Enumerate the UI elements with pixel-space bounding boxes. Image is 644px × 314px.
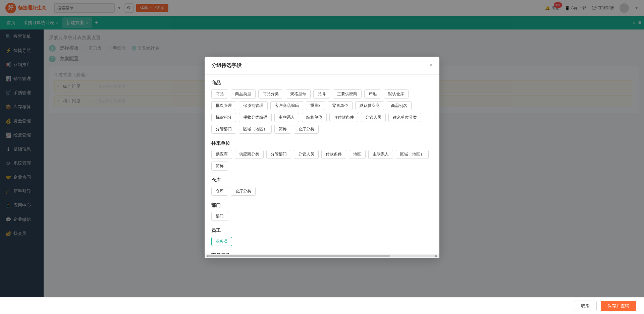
modal-horizontal-scrollbar[interactable]: ◀ ▶	[205, 254, 439, 258]
field-tag-warehouse[interactable]: 仓库	[211, 187, 228, 196]
partner-fields-grid: 供应商 供应商分类 分管部门 分管人员 付款条件 地区 主联系人 区域（地区） …	[211, 150, 433, 171]
field-tag-payment-cond[interactable]: 付款条件	[321, 150, 346, 159]
field-tag-main-contact[interactable]: 主联系人	[274, 113, 299, 122]
employee-fields-grid: 业务员	[211, 237, 433, 246]
field-tag-region2[interactable]: 区域（地区）	[396, 150, 429, 159]
section-partner: 往来单位 供应商 供应商分类 分管部门 分管人员 付款条件 地区 主联系人 区域…	[211, 140, 433, 171]
field-select-modal: 分组待选字段 × 商品 商品 商品类型 商品分类 规格型号 品牌 主要供应商 产…	[205, 57, 439, 258]
field-tag-product-category[interactable]: 商品分类	[258, 89, 283, 99]
field-tag-tax-code[interactable]: 税收分类编码	[239, 113, 272, 122]
field-tag-expiry-mgmt[interactable]: 保质期管理	[239, 101, 268, 110]
field-tag-warehouse-cat[interactable]: 仓库分类	[231, 187, 256, 196]
field-tag-main-contact2[interactable]: 主联系人	[368, 150, 393, 159]
section-employee: 员工 业务员	[211, 228, 433, 246]
field-tag-product[interactable]: 商品	[211, 89, 228, 99]
warehouse-fields-grid: 仓库 仓库分类	[211, 187, 433, 196]
field-tag-salesperson[interactable]: 业务员	[211, 237, 232, 246]
cancel-button[interactable]: 取消	[574, 301, 597, 311]
field-tag-supervisor[interactable]: 分管人员	[361, 113, 386, 122]
scroll-track	[209, 255, 435, 257]
section-dept: 部门 部门	[211, 202, 433, 221]
field-tag-supervisor2[interactable]: 分管人员	[294, 150, 319, 159]
field-tag-wh-category[interactable]: 仓库分类	[294, 125, 319, 134]
field-tag-area[interactable]: 地区	[349, 150, 366, 159]
field-tag-pick-score[interactable]: 拣货积分	[211, 113, 236, 122]
bottom-bar: 取消 保存并查询	[0, 297, 644, 314]
field-tag-default-supplier[interactable]: 默认供应商	[355, 101, 384, 110]
field-tag-batch-mgmt[interactable]: 批次管理	[211, 101, 236, 110]
field-tag-brand[interactable]: 品牌	[313, 89, 330, 99]
field-tag-payment-terms[interactable]: 收付款条件	[329, 113, 358, 122]
section-warehouse: 仓库 仓库 仓库分类	[211, 177, 433, 196]
field-tag-partner-category[interactable]: 往来单位分类	[388, 113, 421, 122]
field-tag-department[interactable]: 部门	[211, 212, 228, 221]
field-tag-weight3[interactable]: 重量3	[306, 101, 325, 110]
section-product-title: 商品	[211, 80, 433, 86]
scroll-right-arrow[interactable]: ▶	[435, 254, 438, 258]
section-dept-title: 部门	[211, 202, 433, 208]
field-tag-dept2[interactable]: 分管部门	[266, 150, 291, 159]
section-employee-title: 员工	[211, 228, 433, 234]
field-tag-region[interactable]: 区域（地区）	[239, 125, 272, 134]
field-tag-default-wh[interactable]: 默认仓库	[384, 89, 409, 99]
confirm-button[interactable]: 保存并查询	[601, 301, 636, 311]
field-tag-spec-model[interactable]: 规格型号	[286, 89, 311, 99]
field-tag-supplier-category[interactable]: 供应商分类	[235, 150, 264, 159]
section-product: 商品 商品 商品类型 商品分类 规格型号 品牌 主要供应商 产地 默认仓库 批次…	[211, 80, 433, 134]
field-tag-alias[interactable]: 商品别名	[387, 101, 412, 110]
section-partner-title: 往来单位	[211, 140, 433, 146]
field-tag-customer-code[interactable]: 客户商品编码	[270, 101, 303, 110]
field-tag-short-name[interactable]: 简称	[274, 125, 291, 134]
field-tag-short-name2[interactable]: 简称	[211, 162, 228, 171]
field-tag-dept[interactable]: 分管部门	[211, 125, 236, 134]
field-tag-supplier[interactable]: 供应商	[211, 150, 232, 159]
modal-title: 分组待选字段	[211, 62, 241, 69]
product-fields-grid: 商品 商品类型 商品分类 规格型号 品牌 主要供应商 产地 默认仓库 批次管理 …	[211, 89, 433, 134]
field-tag-settlement-unit[interactable]: 结算单位	[302, 113, 327, 122]
scroll-left-arrow[interactable]: ◀	[206, 254, 209, 258]
section-warehouse-title: 仓库	[211, 177, 433, 183]
modal-close-button[interactable]: ×	[429, 62, 433, 69]
scroll-thumb-horizontal	[209, 255, 390, 257]
field-tag-main-supplier[interactable]: 主要供应商	[333, 89, 362, 99]
field-tag-origin[interactable]: 产地	[364, 89, 381, 99]
dept-fields-grid: 部门	[211, 212, 433, 221]
modal-body: 商品 商品 商品类型 商品分类 规格型号 品牌 主要供应商 产地 默认仓库 批次…	[205, 75, 439, 254]
field-tag-retail-unit[interactable]: 零售单位	[328, 101, 353, 110]
modal-header: 分组待选字段 ×	[205, 57, 439, 75]
modal-overlay: 分组待选字段 × 商品 商品 商品类型 商品分类 规格型号 品牌 主要供应商 产…	[0, 0, 644, 314]
field-tag-product-type[interactable]: 商品类型	[231, 89, 256, 99]
